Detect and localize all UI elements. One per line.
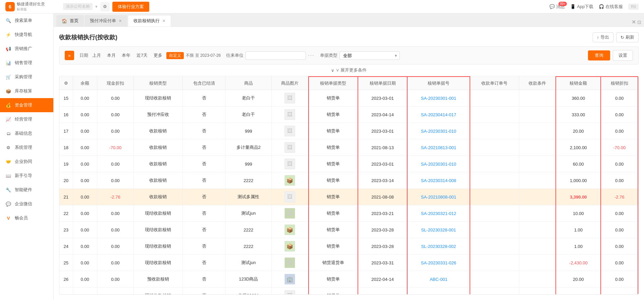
verify-bill-link[interactable]: ABC-001	[430, 277, 447, 282]
cell-verify-bill-date: 2023-03-01	[358, 156, 407, 172]
maximize-button[interactable]: ⊡	[637, 19, 641, 25]
cell-verify-bill-no[interactable]: SA-20230321-012	[407, 205, 470, 222]
main-table: ⚙ 余额 现金折扣 核销类型 包含已结清 商品 商品图片 核销单据类型 核销单据…	[59, 76, 638, 295]
verify-bill-link[interactable]: SA-20230301-001	[421, 96, 457, 101]
verify-bill-link[interactable]: SA-20230301-010	[421, 162, 457, 167]
tab-receipt-verify-label: 收款核销执行	[133, 18, 160, 24]
verify-bill-link[interactable]: SA-20230314-008	[421, 178, 457, 183]
table-row: 25 0.00 0.00 现结收款核销 否 测试jun 🖼 销货退货单 2023…	[59, 255, 638, 271]
cell-verify-bill-no[interactable]: ABC-001	[407, 271, 470, 288]
settings-icon[interactable]: ⚙	[100, 2, 110, 11]
sidebar-item-wechat[interactable]: 💬 企业微信	[0, 197, 53, 211]
verify-bill-link[interactable]: SA-20230331-026	[421, 260, 457, 265]
cell-receipt-condition	[519, 156, 556, 172]
finance-icon: 💰	[5, 102, 11, 108]
cell-verify-bill-no[interactable]: SA-20230301-010	[407, 123, 470, 139]
th-settings[interactable]: ⚙	[59, 77, 73, 90]
tab-prepay-close[interactable]: ✕	[119, 19, 122, 23]
cell-verify-bill-no[interactable]: SL-20230408-001	[407, 288, 470, 295]
sidebar-item-shortcuts[interactable]: ⚡ 快捷导航	[0, 28, 53, 42]
verify-bill-link[interactable]: SA-20230321-012	[421, 211, 457, 216]
verify-bill-link[interactable]: SA-20230301-010	[421, 129, 457, 134]
cell-verify-bill-type: 销货单	[309, 189, 358, 205]
verify-bill-link[interactable]: SL-20230328-002	[421, 244, 456, 249]
date-custom-button[interactable]: 自定义	[166, 52, 184, 59]
tab-prepay[interactable]: 预付冲应付单 ✕	[85, 15, 127, 27]
sidebar-item-finance[interactable]: 💰 资金管理	[0, 98, 53, 112]
sidebar-item-cooperation[interactable]: 🤝 企业协同	[0, 155, 53, 169]
cell-verify-bill-no[interactable]: SL-20230328-001	[407, 222, 470, 238]
cell-verify-bill-no[interactable]: SA-20230314-008	[407, 172, 470, 189]
sidebar-item-inventory[interactable]: 📦 库存核算	[0, 84, 53, 98]
filter-expand-button[interactable]: »	[65, 51, 74, 60]
th-product-image: 商品图片	[272, 77, 309, 90]
from-unit-input[interactable]	[246, 51, 306, 60]
verify-bill-link[interactable]: SA-20210813-001	[421, 145, 457, 150]
sidebar-item-search[interactable]: 🔍 搜索菜单	[0, 13, 53, 28]
tab-prepay-label: 预付冲应付单	[90, 18, 116, 24]
expand-conditions-button[interactable]: ∨ ∨ 展开更多条件	[331, 67, 367, 73]
user-name[interactable]: Rit	[628, 4, 639, 10]
refresh-button[interactable]: ↻ 刷新	[616, 32, 639, 42]
cell-cash-discount: -70.00	[97, 139, 133, 156]
sidebar-item-label: 销售管理	[15, 60, 32, 66]
cell-verify-bill-date: 2021-08-08	[358, 189, 407, 205]
verify-bill-link[interactable]: SA-20210808-001	[421, 195, 457, 200]
cell-verify-bill-no[interactable]: SA-20230331-026	[407, 255, 470, 271]
online-service-button[interactable]: 🎧 在线客服	[599, 4, 623, 10]
cell-receipt-condition	[519, 238, 556, 255]
sidebar-item-label: 快捷导航	[15, 32, 32, 38]
sidebar-item-member[interactable]: V 畅会员	[0, 211, 53, 225]
table-row: 15 0.00 0.00 现结收款核销 否 老白干 🖼 销货单 2023-03-…	[59, 90, 638, 106]
cell-idx: 18	[59, 139, 73, 156]
cell-included-settled: 否	[182, 139, 225, 156]
sidebar-item-operations[interactable]: 📈 经营管理	[0, 112, 53, 126]
cell-receipt-order-no	[470, 90, 519, 106]
sidebar-item-guide[interactable]: 📖 新手引导	[0, 169, 53, 183]
verify-bill-link[interactable]: SA-20230414-017	[421, 112, 457, 117]
date-opt-last-month[interactable]: 上月	[90, 52, 103, 59]
company-name[interactable]: 演示公司名称	[63, 3, 93, 10]
sidebar-item-sales[interactable]: 📊 销售管理	[0, 56, 53, 70]
date-opt-more[interactable]: 更多	[152, 52, 164, 59]
cell-verify-bill-no[interactable]: SL-20230328-002	[407, 238, 470, 255]
app-download-button[interactable]: 📱 App下载	[570, 4, 593, 10]
cell-verify-amount: 1.00	[556, 238, 601, 255]
sidebar-item-marketing[interactable]: 📢 营销推广	[0, 42, 53, 56]
cell-verify-bill-no[interactable]: SA-20230301-001	[407, 90, 470, 106]
export-button[interactable]: ↑ 导出	[593, 32, 614, 42]
sidebar-item-system[interactable]: ⚙ 系统管理	[0, 140, 53, 155]
filter-settings-button[interactable]: 设置	[613, 50, 633, 61]
verify-bill-link[interactable]: SL-20230328-001	[421, 227, 456, 232]
close-window-button[interactable]: ✕	[632, 19, 636, 25]
cell-verify-bill-date: 2023-04-08	[358, 288, 407, 295]
tab-receipt-verify[interactable]: 收款核销执行 ✕	[128, 15, 171, 27]
tab-home[interactable]: 🏠 首页	[56, 15, 84, 27]
date-filter-group: 日期 上月 本月 本年 近7天 更多 自定义 不限 至 2023-07-26	[79, 52, 221, 59]
from-unit-dots[interactable]: ···	[308, 52, 314, 58]
sidebar-item-purchase[interactable]: 🛒 采购管理	[0, 70, 53, 84]
industry-button[interactable]: 体验行业方案	[112, 2, 149, 12]
cell-verify-bill-type: 销货单	[309, 106, 358, 123]
cell-verify-discount: 0.00	[601, 106, 638, 123]
cell-included-settled: 否	[182, 288, 225, 295]
date-opt-this-month[interactable]: 本月	[105, 52, 118, 59]
table-container[interactable]: ⚙ 余额 现金折扣 核销类型 包含已结清 商品 商品图片 核销单据类型 核销单据…	[59, 76, 639, 295]
cell-verify-bill-no[interactable]: SA-20210813-001	[407, 139, 470, 156]
message-button[interactable]: 💬 消息 99+	[549, 4, 565, 10]
cell-verify-amount: -2,430.00	[556, 255, 601, 271]
date-opt-7days[interactable]: 近7天	[135, 52, 150, 59]
tab-receipt-close[interactable]: ✕	[162, 19, 165, 23]
verify-bill-link[interactable]: SL-20230408-001	[421, 293, 456, 295]
cell-included-settled: 否	[182, 172, 225, 189]
sidebar-item-basic-info[interactable]: 🗂 基础信息	[0, 126, 53, 140]
date-opt-this-year[interactable]: 本年	[120, 52, 132, 59]
cell-verify-bill-no[interactable]: SA-20230301-010	[407, 156, 470, 172]
cell-verify-bill-no[interactable]: SA-20210808-001	[407, 189, 470, 205]
sidebar-item-hardware[interactable]: 🔧 智能硬件	[0, 183, 53, 197]
bill-type-select[interactable]: 全部	[339, 51, 400, 60]
cell-product-image: 🖼	[272, 205, 309, 222]
query-button[interactable]: 查询	[588, 50, 610, 60]
cell-verify-bill-no[interactable]: SA-20230414-017	[407, 106, 470, 123]
shortcuts-icon: ⚡	[5, 32, 11, 38]
